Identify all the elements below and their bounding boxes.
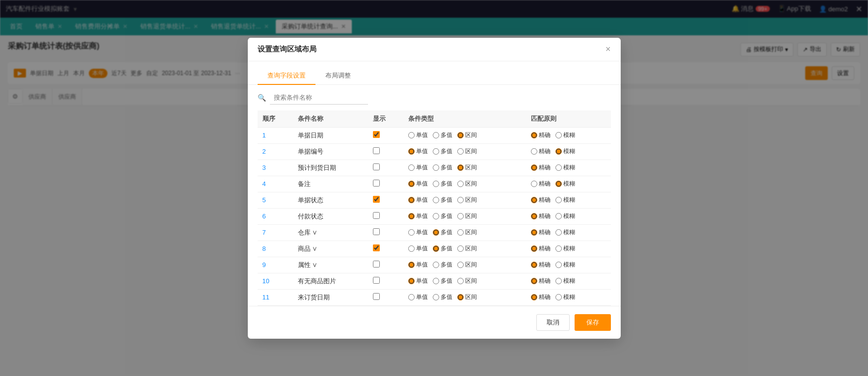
type-single-label[interactable]: 单值 [408, 163, 428, 172]
search-input[interactable] [270, 91, 368, 105]
type-multi-radio[interactable] [433, 148, 439, 155]
match-exact-radio[interactable] [531, 132, 537, 138]
type-single-radio[interactable] [408, 278, 415, 284]
type-range-radio[interactable] [457, 294, 464, 300]
dialog-tab-layout[interactable]: 布局调整 [316, 67, 361, 85]
type-multi-radio[interactable] [433, 245, 439, 252]
match-fuzzy-radio[interactable] [555, 164, 562, 171]
match-exact-label[interactable]: 精确 [531, 277, 551, 285]
type-range-radio[interactable] [457, 278, 464, 284]
dialog-close-button[interactable]: × [605, 45, 611, 54]
type-multi-radio[interactable] [433, 197, 439, 203]
type-multi-label[interactable]: 多值 [433, 261, 452, 269]
match-fuzzy-label[interactable]: 模糊 [555, 228, 575, 237]
type-single-label[interactable]: 单值 [408, 147, 428, 156]
match-exact-label[interactable]: 精确 [531, 293, 551, 301]
match-exact-radio[interactable] [531, 229, 537, 236]
match-fuzzy-radio[interactable] [555, 294, 562, 300]
match-fuzzy-radio[interactable] [555, 213, 562, 219]
match-exact-radio[interactable] [531, 213, 537, 219]
type-multi-radio[interactable] [433, 229, 439, 236]
cancel-button[interactable]: 取消 [536, 314, 570, 331]
match-exact-radio[interactable] [531, 245, 537, 252]
type-single-radio[interactable] [408, 148, 415, 155]
match-exact-label[interactable]: 精确 [531, 228, 551, 237]
match-fuzzy-label[interactable]: 模糊 [555, 293, 575, 301]
match-fuzzy-label[interactable]: 模糊 [555, 163, 575, 172]
match-fuzzy-radio[interactable] [555, 181, 562, 187]
match-fuzzy-label[interactable]: 模糊 [555, 196, 575, 204]
type-single-radio[interactable] [408, 181, 415, 187]
type-range-label[interactable]: 区间 [457, 196, 477, 204]
type-multi-label[interactable]: 多值 [433, 228, 452, 237]
display-checkbox[interactable] [373, 196, 380, 203]
match-fuzzy-radio[interactable] [555, 148, 562, 155]
display-checkbox[interactable] [373, 163, 380, 170]
match-exact-radio[interactable] [531, 164, 537, 171]
type-range-label[interactable]: 区间 [457, 163, 477, 172]
type-range-radio[interactable] [457, 197, 464, 203]
type-range-label[interactable]: 区间 [457, 131, 477, 139]
type-multi-radio[interactable] [433, 132, 439, 138]
match-fuzzy-label[interactable]: 模糊 [555, 277, 575, 285]
match-exact-label[interactable]: 精确 [531, 131, 551, 139]
display-checkbox[interactable] [373, 277, 380, 284]
match-fuzzy-label[interactable]: 模糊 [555, 180, 575, 188]
match-exact-label[interactable]: 精确 [531, 180, 551, 188]
type-single-label[interactable]: 单值 [408, 293, 428, 301]
match-exact-label[interactable]: 精确 [531, 163, 551, 172]
type-single-label[interactable]: 单值 [408, 261, 428, 269]
type-single-radio[interactable] [408, 294, 415, 300]
type-range-radio[interactable] [457, 181, 464, 187]
display-checkbox[interactable] [373, 147, 380, 154]
type-range-radio[interactable] [457, 132, 464, 138]
display-checkbox[interactable] [373, 261, 380, 268]
match-fuzzy-radio[interactable] [555, 262, 562, 268]
type-range-label[interactable]: 区间 [457, 147, 477, 156]
type-range-label[interactable]: 区间 [457, 261, 477, 269]
match-exact-label[interactable]: 精确 [531, 244, 551, 253]
type-single-label[interactable]: 单值 [408, 212, 428, 220]
type-single-label[interactable]: 单值 [408, 180, 428, 188]
type-multi-radio[interactable] [433, 213, 439, 219]
type-range-radio[interactable] [457, 213, 464, 219]
type-single-radio[interactable] [408, 132, 415, 138]
type-single-label[interactable]: 单值 [408, 244, 428, 253]
match-fuzzy-label[interactable]: 模糊 [555, 131, 575, 139]
type-multi-label[interactable]: 多值 [433, 147, 452, 156]
type-multi-label[interactable]: 多值 [433, 212, 452, 220]
type-multi-label[interactable]: 多值 [433, 196, 452, 204]
save-button[interactable]: 保存 [575, 314, 611, 331]
match-fuzzy-label[interactable]: 模糊 [555, 261, 575, 269]
type-range-radio[interactable] [457, 229, 464, 236]
match-fuzzy-radio[interactable] [555, 278, 562, 284]
type-range-radio[interactable] [457, 262, 464, 268]
match-exact-label[interactable]: 精确 [531, 147, 551, 156]
display-checkbox[interactable] [373, 180, 380, 187]
type-single-radio[interactable] [408, 197, 415, 203]
type-range-radio[interactable] [457, 245, 464, 252]
match-exact-radio[interactable] [531, 181, 537, 187]
type-single-radio[interactable] [408, 262, 415, 268]
display-checkbox[interactable] [373, 228, 380, 235]
type-range-label[interactable]: 区间 [457, 228, 477, 237]
match-exact-radio[interactable] [531, 148, 537, 155]
type-single-label[interactable]: 单值 [408, 228, 428, 237]
display-checkbox[interactable] [373, 244, 380, 251]
type-single-label[interactable]: 单值 [408, 196, 428, 204]
type-range-label[interactable]: 区间 [457, 212, 477, 220]
match-fuzzy-radio[interactable] [555, 229, 562, 236]
match-fuzzy-radio[interactable] [555, 132, 562, 138]
match-exact-radio[interactable] [531, 278, 537, 284]
type-multi-label[interactable]: 多值 [433, 293, 452, 301]
match-exact-label[interactable]: 精确 [531, 261, 551, 269]
match-fuzzy-label[interactable]: 模糊 [555, 147, 575, 156]
type-multi-radio[interactable] [433, 278, 439, 284]
type-range-radio[interactable] [457, 164, 464, 171]
match-fuzzy-radio[interactable] [555, 245, 562, 252]
type-single-radio[interactable] [408, 245, 415, 252]
type-multi-label[interactable]: 多值 [433, 163, 452, 172]
type-single-label[interactable]: 单值 [408, 131, 428, 139]
match-fuzzy-label[interactable]: 模糊 [555, 244, 575, 253]
type-multi-radio[interactable] [433, 164, 439, 171]
